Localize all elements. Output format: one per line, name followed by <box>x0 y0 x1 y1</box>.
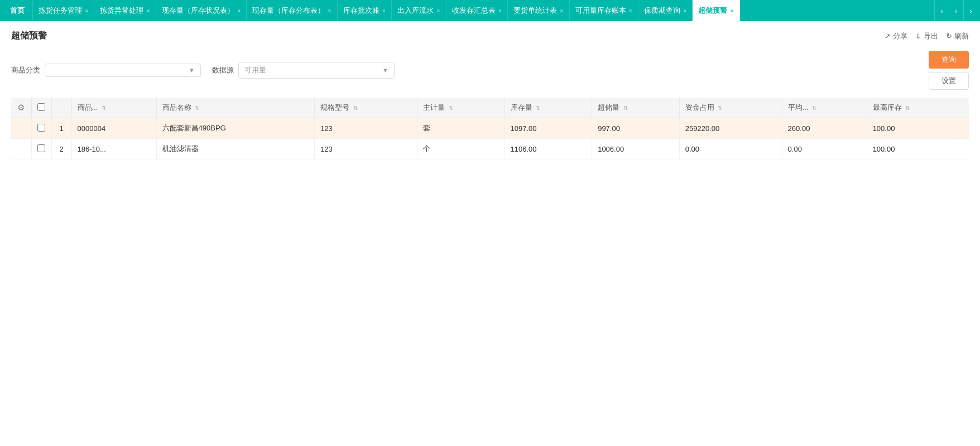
th-checkbox[interactable] <box>31 98 51 118</box>
filter-buttons: 查询 设置 <box>929 51 969 90</box>
nav-tab-close-3[interactable]: × <box>328 7 331 14</box>
th-avg[interactable]: 平均... ⇅ <box>782 98 867 118</box>
nav-tab-close-0[interactable]: × <box>85 7 88 14</box>
nav-tab-3[interactable]: 现存量（库存分布表）× <box>247 0 337 21</box>
sort-icon-overstock: ⇅ <box>623 105 628 111</box>
nav-tab-close-5[interactable]: × <box>436 7 440 14</box>
nav-tab-label-2: 现存量（库存状况表） <box>162 6 234 16</box>
nav-tab-close-4[interactable]: × <box>382 7 386 14</box>
datasource-select-value: 可用量 <box>244 65 266 75</box>
td-spec-0: 123 <box>315 118 417 139</box>
th-index <box>51 98 71 118</box>
nav-prev-arrow[interactable]: ‹ <box>934 0 949 21</box>
chevron-down-icon: ▼ <box>189 67 195 74</box>
td-unit-0: 套 <box>417 118 505 139</box>
sort-icon-stock: ⇅ <box>536 105 540 111</box>
th-capital-label: 资金占用 <box>685 103 714 112</box>
setting-button[interactable]: 设置 <box>929 72 969 90</box>
th-avg-label: 平均... <box>788 103 809 112</box>
nav-tab-label-3: 现存量（库存分布表） <box>252 6 325 16</box>
chevron-down-icon-2: ▼ <box>382 67 388 74</box>
td-max-stock-1: 100.00 <box>867 139 969 159</box>
nav-next-arrow[interactable]: › <box>949 0 963 21</box>
filter-row: 商品分类 ▼ 数据源 可用量 ▼ 查询 设置 <box>11 51 969 90</box>
nav-tab-label-1: 拣货异常处理 <box>100 6 143 16</box>
nav-tab-label-4: 库存批次账 <box>343 6 379 16</box>
sort-icon-name: ⇅ <box>195 105 199 111</box>
nav-tab-5[interactable]: 出入库流水× <box>392 0 446 21</box>
nav-home-label: 首页 <box>10 6 25 16</box>
table-row: 1 0000004 六配套新昌490BPG 123 套 1097.00 997.… <box>11 118 969 139</box>
export-button[interactable]: ⇓ 导出 <box>915 31 938 41</box>
td-checkbox-0[interactable] <box>31 118 51 139</box>
header-actions: ➚ 分享 ⇓ 导出 ↻ 刷新 <box>885 31 969 41</box>
nav-tab-label-9: 保质期查询 <box>644 6 680 16</box>
th-gear[interactable]: ⚙ <box>11 98 31 118</box>
nav-tab-label-0: 拣货任务管理 <box>39 6 82 16</box>
nav-tab-1[interactable]: 拣货异常处理× <box>94 0 156 21</box>
td-product-code-1: 186-10... <box>71 139 156 159</box>
query-button[interactable]: 查询 <box>929 51 969 69</box>
nav-tab-4[interactable]: 库存批次账× <box>338 0 392 21</box>
th-unit[interactable]: 主计量 ⇅ <box>417 98 505 118</box>
nav-tab-9[interactable]: 保质期查询× <box>638 0 693 21</box>
share-icon: ➚ <box>885 32 891 40</box>
refresh-icon: ↻ <box>946 32 952 40</box>
nav-tab-close-10[interactable]: × <box>730 7 733 14</box>
nav-tab-0[interactable]: 拣货任务管理× <box>33 0 94 21</box>
th-product-code-label: 商品... <box>78 103 98 112</box>
th-capital[interactable]: 资金占用 ⇅ <box>679 98 782 118</box>
nav-tab-close-2[interactable]: × <box>237 7 241 14</box>
select-all-checkbox[interactable] <box>37 103 45 111</box>
nav-tab-label-8: 可用量库存账本 <box>575 6 626 16</box>
td-checkbox-1[interactable] <box>31 139 51 159</box>
export-label: 导出 <box>924 31 938 41</box>
sort-icon-spec: ⇅ <box>353 105 358 111</box>
td-overstock-0: 997.00 <box>592 118 680 139</box>
nav-tab-close-1[interactable]: × <box>146 7 150 14</box>
export-icon: ⇓ <box>915 32 921 40</box>
td-stock-0: 1097.00 <box>505 118 592 139</box>
td-capital-0: 259220.00 <box>679 118 782 139</box>
datasource-label: 数据源 <box>212 65 234 75</box>
th-product-code[interactable]: 商品... ⇅ <box>71 98 156 118</box>
nav-more-arrow[interactable]: › <box>963 0 978 21</box>
nav-tab-close-7[interactable]: × <box>560 7 563 14</box>
nav-home[interactable]: 首页 <box>2 0 33 21</box>
nav-tab-10[interactable]: 超储预警× <box>693 0 739 21</box>
row-checkbox-0[interactable] <box>37 124 45 132</box>
td-index-0: 1 <box>51 118 71 139</box>
nav-tab-close-9[interactable]: × <box>683 7 686 14</box>
refresh-button[interactable]: ↻ 刷新 <box>946 31 969 41</box>
th-spec-label: 规格型号 <box>320 103 349 112</box>
th-overstock-label: 超储量 <box>598 103 619 112</box>
td-unit-1: 个 <box>417 139 505 159</box>
nav-tab-7[interactable]: 要货单统计表× <box>508 0 569 21</box>
category-select[interactable]: ▼ <box>45 64 201 77</box>
nav-tab-label-6: 收发存汇总表 <box>452 6 496 16</box>
share-label: 分享 <box>893 31 907 41</box>
nav-tab-8[interactable]: 可用量库存账本× <box>570 0 638 21</box>
td-gear-1 <box>11 139 31 159</box>
td-product-name-0: 六配套新昌490BPG <box>156 118 315 139</box>
nav-tab-close-8[interactable]: × <box>629 7 632 14</box>
sort-icon-code: ⇅ <box>102 105 106 111</box>
td-spec-1: 123 <box>315 139 417 159</box>
sort-icon-avg: ⇅ <box>812 105 816 111</box>
datasource-select[interactable]: 可用量 ▼ <box>238 62 395 79</box>
th-spec[interactable]: 规格型号 ⇅ <box>315 98 417 118</box>
nav-tab-2[interactable]: 现存量（库存状况表）× <box>156 0 247 21</box>
th-overstock[interactable]: 超储量 ⇅ <box>592 98 680 118</box>
nav-tab-6[interactable]: 收发存汇总表× <box>446 0 508 21</box>
th-stock[interactable]: 库存量 ⇅ <box>505 98 592 118</box>
th-max-stock-label: 最高库存 <box>873 103 902 112</box>
sort-icon-max: ⇅ <box>905 105 910 111</box>
share-button[interactable]: ➚ 分享 <box>885 31 907 41</box>
gear-icon: ⚙ <box>17 103 25 113</box>
nav-tab-close-6[interactable]: × <box>498 7 502 14</box>
row-checkbox-1[interactable] <box>37 144 45 152</box>
th-product-name-label: 商品名称 <box>162 103 191 112</box>
th-max-stock[interactable]: 最高库存 ⇅ <box>867 98 969 118</box>
th-product-name[interactable]: 商品名称 ⇅ <box>156 98 315 118</box>
page-content: 超储预警 ➚ 分享 ⇓ 导出 ↻ 刷新 商品分类 ▼ 数据源 <box>0 21 980 446</box>
